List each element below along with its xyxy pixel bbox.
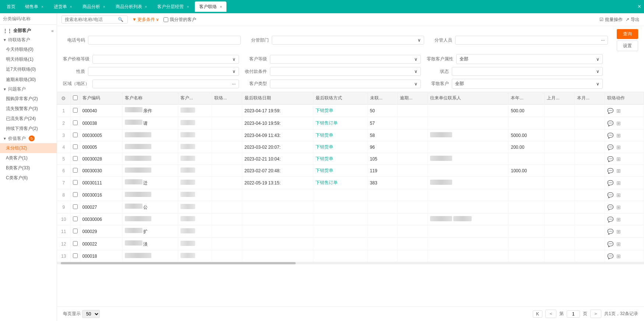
row-checkbox-cell[interactable] bbox=[70, 165, 80, 177]
row-checkbox-cell[interactable] bbox=[70, 238, 80, 250]
row-checkbox-cell[interactable] bbox=[70, 214, 80, 225]
sidebar-item-declining[interactable]: 持续下滑客户(2) bbox=[0, 124, 57, 134]
close-icon[interactable]: × bbox=[220, 5, 222, 9]
close-icon[interactable]: × bbox=[70, 5, 72, 9]
row-checkbox[interactable] bbox=[73, 156, 78, 161]
row-checkbox[interactable] bbox=[73, 216, 78, 221]
more-conditions-btn[interactable]: ▼ 更多条件 ∨ bbox=[132, 17, 159, 23]
status-select[interactable]: ∨ bbox=[452, 67, 603, 76]
retail-customer-select[interactable]: 全部 ∨ bbox=[452, 79, 603, 89]
region-select[interactable]: ··· bbox=[92, 80, 239, 88]
grid-action-icon[interactable]: ⊞ bbox=[616, 253, 621, 259]
window-close-icon[interactable]: × bbox=[638, 3, 641, 10]
message-icon[interactable]: 💬 bbox=[607, 108, 613, 114]
col-checkbox[interactable] bbox=[70, 92, 80, 105]
nature-select[interactable]: ∨ bbox=[88, 67, 239, 76]
settings-icon[interactable]: ⚙ bbox=[61, 95, 66, 101]
grid-action-icon[interactable]: ⊞ bbox=[616, 120, 621, 126]
message-icon[interactable]: 💬 bbox=[607, 241, 613, 247]
close-icon[interactable]: × bbox=[145, 5, 147, 9]
row-checkbox[interactable] bbox=[73, 253, 78, 258]
message-icon[interactable]: 💬 bbox=[607, 168, 613, 174]
retail-attr-select[interactable]: 全部 ∨ bbox=[456, 54, 603, 64]
row-checkbox[interactable] bbox=[73, 229, 78, 233]
row-checkbox[interactable] bbox=[73, 192, 78, 197]
sidebar-item-abnormal[interactable]: 囤购异常客户(2) bbox=[0, 94, 57, 104]
message-icon[interactable]: 💬 bbox=[607, 180, 613, 186]
sidebar-item-ungrouped[interactable]: 未分组(32) bbox=[0, 143, 57, 153]
row-checkbox[interactable] bbox=[73, 204, 78, 209]
row-checkbox-cell[interactable] bbox=[70, 130, 80, 141]
row-checkbox-cell[interactable] bbox=[70, 141, 80, 153]
last-way-link[interactable]: 下销货单 bbox=[316, 156, 333, 161]
row-checkbox[interactable] bbox=[73, 168, 78, 173]
last-way-link[interactable]: 下销货单 bbox=[316, 168, 333, 173]
grid-action-icon[interactable]: ⊞ bbox=[616, 204, 621, 210]
message-icon[interactable]: 💬 bbox=[607, 229, 613, 234]
message-icon[interactable]: 💬 bbox=[607, 133, 613, 138]
row-checkbox[interactable] bbox=[73, 241, 78, 246]
col-settings[interactable]: ⚙ bbox=[57, 92, 70, 105]
sidebar-item-today[interactable]: 今天待联络(0) bbox=[0, 45, 57, 54]
all-customers-header[interactable]: ⋮⋮ 全部客户 « bbox=[0, 25, 57, 35]
main-search-input[interactable] bbox=[65, 17, 116, 22]
row-checkbox-cell[interactable] bbox=[70, 105, 80, 117]
grid-action-icon[interactable]: ⊞ bbox=[616, 180, 621, 186]
grid-action-icon[interactable]: ⊞ bbox=[616, 241, 621, 247]
pending-contact-section[interactable]: ▼ 待联络客户 bbox=[0, 35, 57, 45]
sidebar-search-input[interactable] bbox=[3, 16, 57, 21]
scrollbar-thumb[interactable] bbox=[61, 262, 296, 264]
customer-type-select[interactable]: ∨ bbox=[270, 80, 421, 88]
price-level-select[interactable]: ∨ bbox=[92, 55, 239, 64]
row-checkbox-cell[interactable] bbox=[70, 153, 80, 165]
search-icon[interactable]: 🔍 bbox=[118, 17, 123, 22]
sidebar-item-lost[interactable]: 已流失客户(24) bbox=[0, 114, 57, 124]
message-icon[interactable]: 💬 bbox=[607, 192, 613, 198]
payment-select[interactable]: ∨ bbox=[270, 67, 421, 76]
dept-select[interactable]: ∨ bbox=[272, 36, 425, 45]
home-tab[interactable]: 首页 bbox=[3, 4, 19, 10]
row-checkbox-cell[interactable] bbox=[70, 117, 80, 130]
row-checkbox[interactable] bbox=[73, 108, 78, 113]
last-way-link[interactable]: 下销售订单 bbox=[316, 120, 338, 126]
prev-page-btn[interactable]: ＜ bbox=[545, 310, 556, 318]
row-checkbox[interactable] bbox=[73, 144, 78, 149]
message-icon[interactable]: 💬 bbox=[607, 156, 613, 162]
tab-customer-tier[interactable]: 客户分层经营 × bbox=[153, 1, 193, 12]
grid-action-icon[interactable]: ⊞ bbox=[616, 229, 621, 234]
row-checkbox-cell[interactable] bbox=[70, 189, 80, 201]
row-checkbox-cell[interactable] bbox=[70, 177, 80, 189]
export-btn[interactable]: ↗ 导出 bbox=[626, 17, 640, 23]
close-icon[interactable]: × bbox=[41, 5, 43, 9]
batch-ops-btn[interactable]: ☑ 批量操作 bbox=[599, 17, 623, 23]
sidebar-item-7days[interactable]: 近7天待联络(0) bbox=[0, 64, 57, 74]
grid-action-icon[interactable]: ⊞ bbox=[616, 144, 621, 150]
message-icon[interactable]: 💬 bbox=[607, 144, 613, 150]
message-icon[interactable]: 💬 bbox=[607, 204, 613, 210]
value-customer-section[interactable]: ▼ 价值客户 ↻ bbox=[0, 134, 57, 143]
grid-action-icon[interactable]: ⊞ bbox=[616, 168, 621, 174]
row-checkbox[interactable] bbox=[73, 133, 78, 137]
row-checkbox[interactable] bbox=[73, 120, 78, 125]
customer-level-select[interactable]: ∨ bbox=[270, 55, 421, 64]
manager-select[interactable]: ··· bbox=[455, 36, 608, 45]
phone-input[interactable] bbox=[88, 36, 241, 45]
last-way-link[interactable]: 下销货单 bbox=[316, 144, 333, 149]
grid-action-icon[interactable]: ⊞ bbox=[616, 133, 621, 138]
close-icon[interactable]: × bbox=[187, 5, 189, 9]
grid-action-icon[interactable]: ⊞ bbox=[616, 108, 621, 114]
page-size-select[interactable]: 50 bbox=[82, 310, 100, 318]
row-checkbox[interactable] bbox=[73, 180, 78, 185]
tab-customer-contact[interactable]: 客户联络 × bbox=[195, 1, 226, 12]
message-icon[interactable]: 💬 bbox=[607, 120, 613, 126]
sidebar-item-tomorrow[interactable]: 明天待联络(1) bbox=[0, 54, 57, 64]
page-number-input[interactable] bbox=[567, 310, 580, 318]
next-page-btn[interactable]: ＞ bbox=[590, 310, 601, 318]
grid-action-icon[interactable]: ⊞ bbox=[616, 216, 621, 222]
last-way-link[interactable]: 下销货单 bbox=[316, 133, 333, 138]
horizontal-scrollbar[interactable] bbox=[57, 262, 644, 264]
tab-product-analysis[interactable]: 商品分析 × bbox=[78, 1, 110, 12]
last-way-link[interactable]: 下销售订单 bbox=[316, 180, 338, 185]
search-button[interactable]: 查询 bbox=[617, 29, 638, 39]
row-checkbox-cell[interactable] bbox=[70, 225, 80, 238]
